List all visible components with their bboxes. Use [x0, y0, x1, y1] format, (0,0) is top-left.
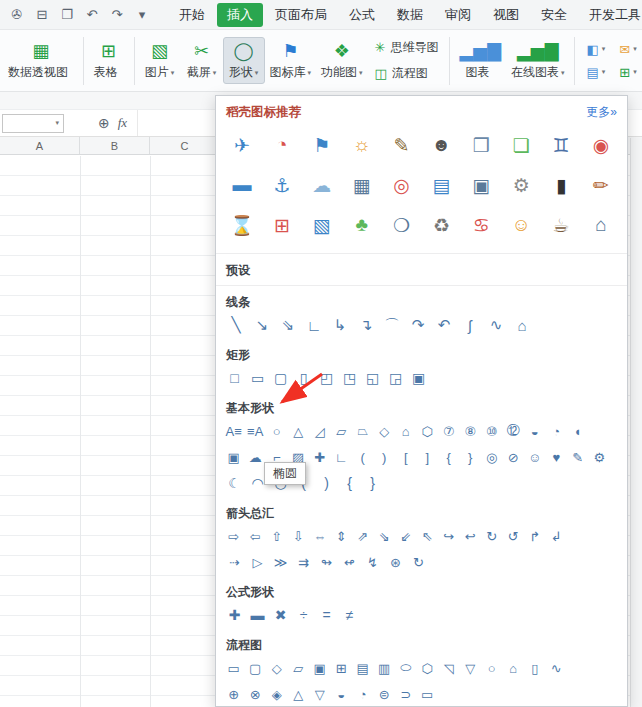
column-header[interactable]: A: [0, 137, 80, 154]
mini-insert-button-2[interactable]: ✉ ▾: [616, 40, 641, 59]
shape-cell[interactable]: ⇗: [352, 526, 374, 546]
vertical-scrollbar[interactable]: [630, 138, 642, 707]
shape-cell[interactable]: ▣: [309, 658, 331, 678]
insert-function-fx[interactable]: fx: [118, 115, 127, 131]
shape-cell[interactable]: ∿: [483, 315, 509, 335]
id-card-icon[interactable]: ▣: [461, 165, 501, 205]
drink-icon[interactable]: ☕: [541, 205, 581, 245]
more-link[interactable]: 更多»: [586, 104, 617, 121]
speaker-person-icon[interactable]: ☻: [422, 125, 462, 165]
shape-cell[interactable]: ◈: [266, 684, 288, 704]
shape-cell[interactable]: ⇩: [288, 526, 310, 546]
shape-cell[interactable]: ⇙: [395, 526, 417, 546]
ribbon-tab[interactable]: 开发工具: [579, 3, 642, 27]
gear-icon[interactable]: ⚙: [501, 165, 541, 205]
ribbon-tab[interactable]: 开始: [169, 3, 215, 27]
quick-access-more-icon[interactable]: ▾: [131, 4, 153, 26]
shape-cell[interactable]: ≫: [269, 552, 292, 572]
shape-cell[interactable]: ⇉: [292, 552, 315, 572]
shape-cell[interactable]: (: [352, 447, 374, 467]
shape-cell[interactable]: ⇖: [417, 526, 439, 546]
camera-icon[interactable]: ◉: [581, 125, 621, 165]
shape-cell[interactable]: ⌂: [395, 421, 417, 441]
shape-cell[interactable]: ⬭: [395, 658, 417, 678]
shape-cell[interactable]: □: [223, 368, 246, 388]
building-icon[interactable]: ▦: [342, 165, 382, 205]
chart-button[interactable]: ▂▅▇ 图表▾: [454, 37, 506, 84]
shape-cell[interactable]: ↬: [315, 552, 338, 572]
trash-icon[interactable]: ♻: [422, 205, 462, 245]
shape-cell[interactable]: ∟: [331, 447, 353, 467]
shape-cell[interactable]: ↪: [438, 526, 460, 546]
undo-icon[interactable]: ↶: [81, 4, 103, 26]
search-doc-icon[interactable]: ❍: [382, 205, 422, 245]
chevron-down-icon[interactable]: ▾: [55, 119, 59, 127]
shape-cell[interactable]: ▽: [460, 658, 482, 678]
flowchart-ribbon-button[interactable]: ◫ 流程图: [370, 63, 444, 84]
shape-cell[interactable]: ▯: [292, 368, 315, 388]
shape-cell[interactable]: ☾: [223, 473, 246, 493]
column-header[interactable]: C: [150, 137, 220, 154]
shape-cell[interactable]: ◹: [438, 658, 460, 678]
shape-cell[interactable]: ▣: [223, 447, 245, 467]
picture-button[interactable]: ▧ 图片▾: [139, 37, 181, 84]
ribbon-tab[interactable]: 公式: [339, 3, 385, 27]
redo-icon[interactable]: ↷: [106, 4, 128, 26]
shape-cell[interactable]: ◳: [338, 368, 361, 388]
shape-cell[interactable]: ▽: [309, 684, 331, 704]
shape-cell[interactable]: ⊛: [384, 552, 407, 572]
shape-cell[interactable]: ⑫: [503, 421, 525, 441]
ribbon-tab[interactable]: 视图: [483, 3, 529, 27]
shape-cell[interactable]: ↳: [327, 315, 353, 335]
shapes-button[interactable]: ◯ 形状▾: [223, 37, 265, 84]
shape-cell[interactable]: ╲: [223, 315, 249, 335]
shape-cell[interactable]: ◿: [309, 421, 331, 441]
document-icon[interactable]: ❒: [461, 125, 501, 165]
shape-cell[interactable]: ▢: [269, 368, 292, 388]
shape-cell[interactable]: ]: [417, 447, 439, 467]
shape-cell[interactable]: ◒: [524, 421, 546, 441]
shape-cell[interactable]: ⇢: [223, 552, 246, 572]
shape-cell[interactable]: ✎: [567, 447, 589, 467]
shape-cell[interactable]: ⊗: [245, 684, 267, 704]
mini-insert-button-1[interactable]: ◧ ▾: [584, 40, 609, 59]
shape-cell[interactable]: ▯: [524, 658, 546, 678]
pie-chart-icon[interactable]: ◔: [262, 125, 302, 165]
edit-note-icon[interactable]: ✏: [581, 165, 621, 205]
shape-cell[interactable]: ◱: [361, 368, 384, 388]
flag-icon[interactable]: ⚑: [302, 125, 342, 165]
shape-cell[interactable]: ◇: [374, 421, 396, 441]
mini-insert-button-4[interactable]: ▤ ▾: [584, 63, 609, 82]
shape-cell[interactable]: ⌂: [509, 315, 535, 335]
copy-icon[interactable]: ❐: [56, 4, 78, 26]
function-diagram-button[interactable]: ❖ 功能图▾: [316, 37, 368, 84]
shape-cell[interactable]: △: [288, 421, 310, 441]
shape-cell[interactable]: ↩: [460, 526, 482, 546]
shape-cell[interactable]: ↴: [353, 315, 379, 335]
crab-icon[interactable]: ♋: [461, 205, 501, 245]
presentation-icon[interactable]: ▧: [302, 205, 342, 245]
pivot-chart-button[interactable]: ▦ 数据透视图▾: [3, 37, 79, 84]
shape-cell[interactable]: ⌒: [379, 315, 405, 335]
mind-map-button[interactable]: ✳ 思维导图: [370, 37, 444, 58]
shape-cell[interactable]: ↻: [407, 552, 430, 572]
shape-cell[interactable]: ◰: [315, 368, 338, 388]
shape-cell[interactable]: ⇘: [374, 526, 396, 546]
print-icon[interactable]: ⊟: [31, 4, 53, 26]
shape-cell[interactable]: ⇦: [245, 526, 267, 546]
shape-cell[interactable]: ◎: [481, 447, 503, 467]
mini-insert-button-5[interactable]: ⊞ ▾: [616, 63, 641, 82]
icon-library-button[interactable]: ⚑ 图标库▾: [265, 37, 317, 84]
shape-cell[interactable]: ◇: [266, 658, 288, 678]
shape-cell[interactable]: ≠: [338, 605, 361, 625]
shape-cell[interactable]: ⑩: [481, 421, 503, 441]
shape-cell[interactable]: ▭: [417, 684, 439, 704]
lightbulb-icon[interactable]: ☼: [342, 125, 382, 165]
shape-cell[interactable]: ∿: [546, 658, 568, 678]
shape-cell[interactable]: }: [460, 447, 482, 467]
shape-cell[interactable]: ▱: [288, 658, 310, 678]
shape-cell[interactable]: ⑧: [460, 421, 482, 441]
shape-cell[interactable]: ▣: [407, 368, 430, 388]
calendar-icon[interactable]: ⊞: [262, 205, 302, 245]
layers-icon[interactable]: ▤: [422, 165, 462, 205]
